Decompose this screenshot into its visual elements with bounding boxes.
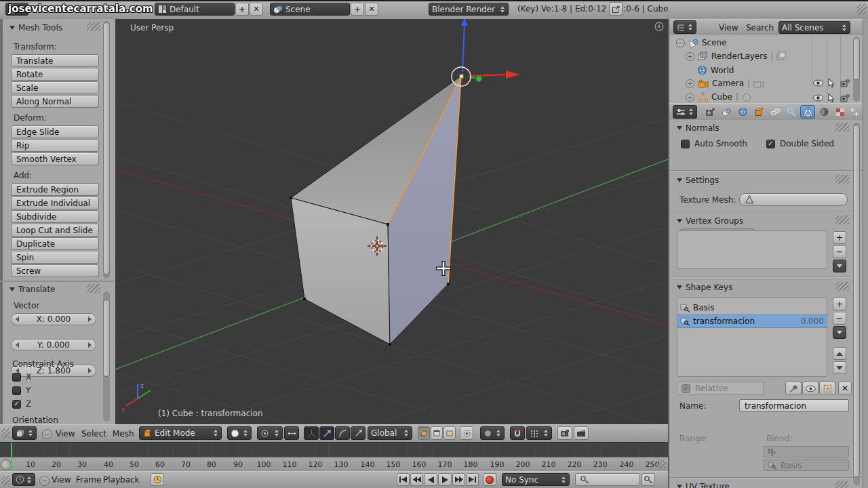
blend-basis-field[interactable]: Basis <box>764 460 849 471</box>
panel-drag-grip[interactable] <box>87 284 100 293</box>
panel-drag-grip[interactable] <box>835 481 849 488</box>
texture-mesh-field[interactable] <box>739 193 848 206</box>
vertex-group-specials-menu[interactable] <box>833 260 846 272</box>
panel-drag-grip[interactable] <box>87 22 100 31</box>
outliner-row-scene[interactable]: − Scene <box>676 38 727 47</box>
scene-delete-button[interactable]: ✕ <box>365 3 378 16</box>
normals-panel-header[interactable]: Normals <box>677 123 719 133</box>
manipulator-toggle[interactable] <box>304 426 319 440</box>
tab-scene[interactable] <box>719 105 734 119</box>
shapekey-row-basis[interactable]: Basis <box>677 301 827 314</box>
translate-panel-header[interactable]: Translate <box>9 285 56 294</box>
along-normal-button[interactable]: Along Normal <box>11 95 99 108</box>
double-sided-checkbox[interactable] <box>766 140 775 148</box>
loop-cut-button[interactable]: Loop Cut and Slide <box>11 224 99 237</box>
extrude-region-button[interactable]: Extrude Region <box>11 183 99 196</box>
viewport-plus-icon[interactable] <box>655 22 663 30</box>
ruler-knob[interactable] <box>1 460 12 470</box>
next-keyframe-button[interactable] <box>452 473 465 486</box>
shapekey-edit-mode-toggle[interactable] <box>802 382 818 395</box>
translate-button[interactable]: Translate <box>11 54 99 67</box>
vertex-groups-list[interactable] <box>677 230 827 269</box>
panel-drag-grip[interactable] <box>835 123 849 131</box>
shape-keys-list[interactable]: Basis transformacion 0.000 <box>677 297 827 377</box>
manipulator-y-handle[interactable] <box>476 76 482 82</box>
jump-to-start-button[interactable] <box>397 473 410 486</box>
play-button[interactable] <box>438 473 452 486</box>
viewport-menu-select[interactable]: Select <box>81 429 106 439</box>
tab-particles[interactable] <box>849 105 859 119</box>
scene-add-button[interactable]: + <box>351 3 364 16</box>
shapekey-remove-button[interactable]: − <box>833 312 846 325</box>
tab-constraints[interactable] <box>768 105 783 119</box>
manipulator-x-arrowhead[interactable] <box>506 70 520 79</box>
render-engine-selector[interactable]: Blender Render <box>429 3 509 16</box>
visibility-eye-icon[interactable] <box>813 94 823 102</box>
render-opengl-button[interactable] <box>557 426 572 440</box>
redo-panel-scrollbar-thumb[interactable] <box>103 300 110 377</box>
renderability-camera-icon[interactable] <box>840 79 850 87</box>
snap-element-selector[interactable] <box>526 426 552 440</box>
shapekey-pin-toggle[interactable] <box>785 382 802 395</box>
selectability-cursor-icon[interactable] <box>828 79 835 87</box>
viewport-menu-mesh[interactable]: Mesh <box>113 429 134 439</box>
timeline-menu-view[interactable]: View <box>52 475 71 485</box>
shapekey-move-up-button[interactable] <box>833 347 846 360</box>
panel-drag-grip[interactable] <box>835 175 849 184</box>
auto-smooth-checkbox[interactable] <box>681 140 690 148</box>
screw-button[interactable]: Screw <box>11 264 99 277</box>
rip-button[interactable]: Rip <box>11 139 99 152</box>
edge-slide-button[interactable]: Edge Slide <box>11 125 99 138</box>
outliner-item-label[interactable]: Cube <box>711 92 732 102</box>
constraint-y-checkbox[interactable] <box>12 386 21 395</box>
collapse-menus-icon[interactable]: − <box>42 429 52 439</box>
translate-manipulator-toggle[interactable] <box>319 426 334 440</box>
sync-mode-selector[interactable]: No Sync <box>502 473 570 486</box>
scale-manipulator-toggle[interactable] <box>351 426 366 440</box>
vertex-groups-panel-header[interactable]: Vertex Groups <box>677 216 743 226</box>
properties-scrollbar-thumb[interactable] <box>853 125 860 477</box>
constraint-x-checkbox[interactable] <box>12 373 21 382</box>
timeline-menu-playback[interactable]: Playback <box>103 475 140 485</box>
viewport-menu-view[interactable]: View <box>56 429 75 439</box>
tab-texture[interactable] <box>833 105 848 119</box>
tab-material[interactable] <box>816 105 831 119</box>
vertex-group-add-button[interactable]: + <box>833 231 846 244</box>
timeline-track[interactable] <box>0 442 668 458</box>
constraint-z-checkbox[interactable] <box>12 400 21 409</box>
shapekey-move-down-button[interactable] <box>833 361 846 374</box>
cube-mesh[interactable] <box>290 75 463 346</box>
viewport-editor-selector[interactable] <box>12 426 37 440</box>
shapekey-specials-menu[interactable] <box>833 326 846 339</box>
record-button[interactable] <box>483 473 496 486</box>
subdivide-button[interactable]: Subdivide <box>11 210 99 223</box>
keying-set-field[interactable] <box>575 473 640 486</box>
outliner-menu-view[interactable]: View <box>719 23 738 33</box>
shapekey-name-field[interactable]: transformacion <box>739 399 849 412</box>
shapekey-add-button[interactable]: + <box>833 298 846 310</box>
collapse-icon[interactable]: − <box>676 39 685 47</box>
expand-icon[interactable]: + <box>686 52 694 61</box>
manipulate-center-points-toggle[interactable] <box>284 426 299 440</box>
layout-add-button[interactable]: + <box>235 3 249 16</box>
viewport-shading-selector[interactable] <box>227 426 252 440</box>
blend-vertex-group-field[interactable] <box>764 446 849 458</box>
limit-selection-visible-toggle[interactable] <box>460 426 473 440</box>
shapekey-clear-button[interactable]: ✕ <box>838 382 852 395</box>
panel-drag-grip[interactable] <box>835 282 849 291</box>
visibility-eye-icon[interactable] <box>813 79 823 87</box>
manipulator-z-arrowhead[interactable] <box>461 19 468 26</box>
outliner-scrollbar-thumb[interactable] <box>853 38 860 80</box>
outliner-editor-selector[interactable] <box>673 20 696 34</box>
layout-delete-button[interactable]: ✕ <box>250 3 263 16</box>
outliner-item-label[interactable]: Camera <box>712 79 744 88</box>
selected-vertex[interactable] <box>460 75 463 78</box>
panel-drag-grip[interactable] <box>835 216 849 224</box>
edge-select-toggle[interactable] <box>431 426 443 440</box>
current-frame-line[interactable] <box>11 443 12 471</box>
expand-icon[interactable]: + <box>686 93 694 102</box>
duplicate-button[interactable]: Duplicate <box>11 237 99 250</box>
outliner-row-world[interactable]: World <box>697 65 734 75</box>
tab-world[interactable] <box>735 105 750 119</box>
pivot-selector[interactable] <box>257 426 283 440</box>
